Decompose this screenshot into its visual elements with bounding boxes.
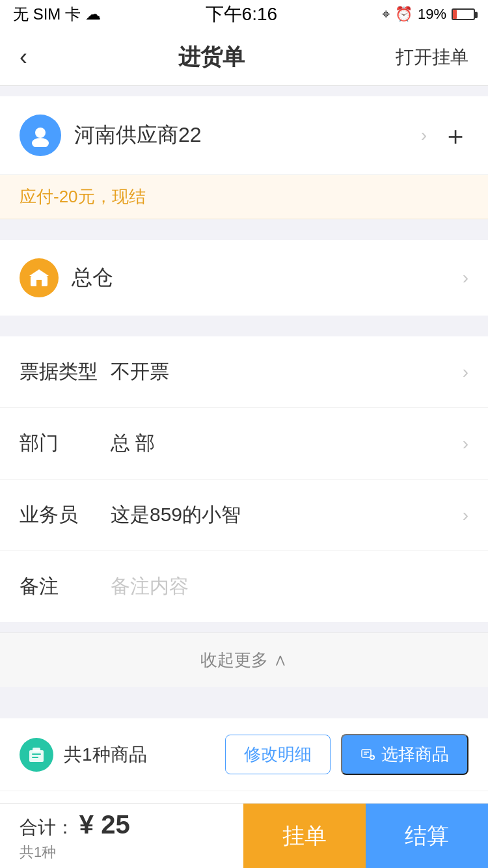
invoice-type-row[interactable]: 票据类型 不开票 › bbox=[0, 336, 488, 408]
svg-point-1 bbox=[32, 138, 49, 147]
warehouse-section[interactable]: 总仓 › bbox=[0, 240, 488, 316]
svg-rect-8 bbox=[32, 757, 38, 758]
salesman-row[interactable]: 业务员 这是859的小智 › bbox=[0, 480, 488, 551]
nav-bar: ‹ 进货单 打开挂单 bbox=[0, 29, 488, 86]
battery-level: 19% bbox=[418, 6, 446, 23]
status-time: 下午6:16 bbox=[206, 2, 278, 27]
add-supplier-button[interactable]: ＋ bbox=[442, 118, 468, 154]
supplier-section: 河南供应商22 › ＋ 应付-20元，现结 bbox=[0, 96, 488, 219]
location-icon: ⌖ bbox=[382, 6, 390, 23]
alarm-icon: ⏰ bbox=[395, 6, 413, 23]
warehouse-icon bbox=[20, 258, 59, 297]
product-header: 共1种商品 修改明细 选择商品 bbox=[0, 718, 488, 791]
back-button[interactable]: ‹ bbox=[20, 44, 27, 71]
item-count: 共1种 bbox=[20, 843, 224, 862]
form-section: 票据类型 不开票 › 部门 总 部 › 业务员 这是859的小智 › 备注 备注… bbox=[0, 336, 488, 622]
svg-rect-9 bbox=[362, 750, 371, 757]
salesman-value: 这是859的小智 bbox=[111, 502, 463, 528]
remark-row[interactable]: 备注 备注内容 bbox=[0, 551, 488, 622]
checkout-button[interactable]: 结算 bbox=[366, 804, 488, 868]
open-hold-button[interactable]: 打开挂单 bbox=[396, 45, 468, 70]
svg-marker-3 bbox=[29, 269, 49, 276]
status-right: ⌖ ⏰ 19% bbox=[382, 6, 475, 23]
svg-rect-6 bbox=[33, 748, 40, 752]
supplier-avatar bbox=[20, 115, 61, 156]
warehouse-chevron-icon: › bbox=[463, 267, 468, 288]
salesman-chevron-icon: › bbox=[463, 505, 468, 526]
salesman-label: 业务员 bbox=[20, 502, 111, 528]
page-title: 进货单 bbox=[178, 42, 245, 72]
supplier-row[interactable]: 河南供应商22 › ＋ bbox=[0, 96, 488, 175]
status-bar: 无 SIM 卡 ☁ 下午6:16 ⌖ ⏰ 19% bbox=[0, 0, 488, 29]
footer: 合计： ¥ 25 共1种 挂单 结算 bbox=[0, 803, 488, 868]
department-row[interactable]: 部门 总 部 › bbox=[0, 408, 488, 480]
sim-status: 无 SIM 卡 ☁ bbox=[13, 4, 101, 25]
department-value: 总 部 bbox=[111, 430, 463, 457]
collapse-button[interactable]: 收起更多 ∧ bbox=[0, 632, 488, 687]
total-label: 合计： bbox=[20, 817, 74, 837]
product-count-text: 共1种商品 bbox=[64, 742, 225, 767]
invoice-type-value: 不开票 bbox=[111, 359, 463, 385]
svg-point-0 bbox=[35, 128, 46, 138]
department-label: 部门 bbox=[20, 430, 111, 457]
invoice-type-chevron-icon: › bbox=[463, 362, 468, 383]
supplier-notice: 应付-20元，现结 bbox=[0, 175, 488, 219]
invoice-type-label: 票据类型 bbox=[20, 359, 111, 385]
warehouse-row[interactable]: 总仓 › bbox=[0, 240, 488, 316]
supplier-actions: › ＋ bbox=[421, 118, 468, 154]
svg-rect-5 bbox=[29, 750, 44, 762]
select-product-button[interactable]: 选择商品 bbox=[341, 734, 468, 775]
hold-button[interactable]: 挂单 bbox=[243, 804, 366, 868]
warehouse-name: 总仓 bbox=[72, 264, 463, 292]
status-left: 无 SIM 卡 ☁ bbox=[13, 4, 101, 25]
total-amount: ¥ 25 bbox=[79, 810, 130, 839]
remark-value[interactable]: 备注内容 bbox=[111, 573, 468, 600]
svg-rect-7 bbox=[32, 753, 41, 755]
footer-total: 合计： ¥ 25 共1种 bbox=[0, 804, 243, 868]
department-chevron-icon: › bbox=[463, 433, 468, 454]
edit-detail-button[interactable]: 修改明细 bbox=[225, 735, 331, 774]
product-count-icon bbox=[20, 738, 53, 772]
remark-label: 备注 bbox=[20, 573, 111, 600]
battery-icon bbox=[452, 8, 475, 20]
supplier-name: 河南供应商22 bbox=[74, 121, 421, 150]
select-product-label: 选择商品 bbox=[381, 743, 449, 766]
chevron-right-icon: › bbox=[421, 125, 427, 146]
svg-rect-4 bbox=[36, 280, 42, 286]
